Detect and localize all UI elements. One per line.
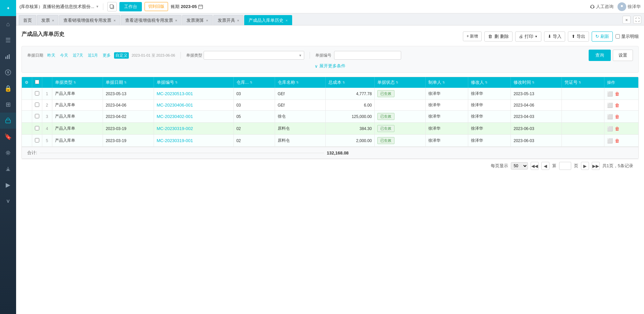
first-page-button[interactable]: ◀◀ (531, 162, 539, 170)
sidebar-item-docs[interactable]: ☰ (0, 32, 16, 48)
th-modifier[interactable]: 修改人⇅ (468, 77, 511, 88)
delete-row-icon[interactable]: 🗑 (615, 126, 620, 131)
date-shortcut-month1[interactable]: 近1月 (87, 52, 100, 59)
period-selector[interactable]: 账期 2023-05 (171, 4, 203, 10)
new-button[interactable]: + 新增 (463, 32, 482, 41)
th-doc-status[interactable]: 单据状态⇅ (375, 77, 426, 88)
td-doc-num[interactable]: MC-20230406-001 (154, 100, 233, 111)
th-modify-time[interactable]: 修改时间⇅ (511, 77, 562, 88)
date-shortcut-today[interactable]: 今天 (59, 52, 69, 59)
doc-num-link[interactable]: MC-20230406-001 (157, 103, 193, 108)
th-warehouse-code[interactable]: 仓库...⇅ (233, 77, 275, 88)
td-doc-num[interactable]: MC-20230513-001 (154, 88, 233, 100)
import-button[interactable]: ⬇ 导入 (544, 32, 565, 42)
th-warehouse-name[interactable]: 仓库名称⇅ (275, 77, 326, 88)
print-button[interactable]: 🖨 打印 ▼ (515, 32, 541, 42)
th-doc-date[interactable]: 单据日期⇅ (103, 77, 154, 88)
th-creator[interactable]: 制单人⇅ (426, 77, 468, 88)
tab-check-sales-vat[interactable]: 查看销项增值税专用发票 × (59, 15, 120, 25)
delete-button[interactable]: 🗑 删 删除 (484, 32, 513, 42)
sidebar-item-manage[interactable]: ⊞ (0, 97, 16, 113)
show-detail-checkbox[interactable]: 显示明细 (615, 34, 639, 40)
th-voucher-num[interactable]: 凭证号⇅ (561, 77, 604, 88)
edit-icon[interactable]: ⬜ (607, 91, 613, 97)
tab-check-purchase-vat-close-icon[interactable]: × (175, 18, 177, 22)
tab-invoice-open[interactable]: 发票开具 × (213, 15, 244, 25)
sidebar-item-finance[interactable]: ¥ (0, 64, 16, 80)
show-detail-input[interactable] (615, 34, 620, 39)
doc-num-link[interactable]: MC-20230402-001 (157, 114, 193, 119)
user-profile-btn[interactable]: 徐泽华 (618, 2, 641, 11)
tab-check-purchase-vat[interactable]: 查看进项增值税专用发票 × (121, 15, 181, 25)
th-doc-num[interactable]: 单据编号⇅ (154, 77, 233, 88)
filter-settings-button[interactable]: 设置 (613, 50, 633, 61)
tab-check-sales-vat-close-icon[interactable]: × (113, 18, 115, 22)
row-checkbox[interactable] (35, 114, 39, 118)
date-shortcut-more[interactable]: 更多 (101, 52, 112, 59)
tab-invoice-open-close-icon[interactable]: × (237, 18, 239, 22)
edit-icon[interactable]: ⬜ (607, 114, 613, 119)
sidebar-item-settings2[interactable] (0, 145, 16, 161)
query-button[interactable]: 查询 (589, 50, 611, 61)
doc-num-link[interactable]: MC-20230319-001 (157, 138, 193, 143)
sidebar-item-lock[interactable]: 🔒 (0, 80, 16, 97)
doc-num-link[interactable]: MC-20230513-001 (157, 91, 193, 96)
sidebar-item-inventory[interactable] (0, 113, 16, 129)
row-checkbox[interactable] (35, 126, 39, 130)
sidebar-item-seal[interactable]: 🔖 (0, 129, 16, 145)
user-service-btn[interactable]: 人工咨询 (590, 4, 613, 10)
prev-page-button[interactable]: ◀ (541, 162, 549, 170)
edit-icon[interactable]: ⬜ (607, 138, 613, 143)
tab-invoice-calc-close-icon[interactable]: × (206, 18, 208, 22)
tab-invoice-close-icon[interactable]: × (52, 18, 54, 22)
company-selector[interactable]: (库存核算）直播轻抱通信息技术股份... ▼ (19, 4, 99, 10)
tab-close-all-button[interactable]: × (623, 16, 631, 24)
delete-row-icon[interactable]: 🗑 (615, 103, 620, 108)
td-checkbox[interactable] (32, 123, 42, 135)
doc-copy-button[interactable] (107, 2, 117, 11)
td-checkbox[interactable] (32, 100, 42, 111)
td-checkbox[interactable] (32, 88, 42, 100)
th-doc-type[interactable]: 单据类型⇅ (52, 77, 103, 88)
tab-invoice-calc[interactable]: 发票测算 × (182, 15, 212, 25)
current-page-input[interactable]: 1 (559, 162, 571, 170)
sidebar-item-video[interactable]: ▶ (0, 177, 16, 193)
export-button[interactable]: ⬆ 导出 (568, 32, 589, 42)
edit-icon[interactable]: ⬜ (607, 103, 613, 108)
select-all-checkbox[interactable] (35, 80, 39, 84)
td-checkbox[interactable] (32, 111, 42, 123)
td-doc-num[interactable]: MC-20230319-001 (154, 135, 233, 147)
sidebar-item-home[interactable]: ⌂ (0, 16, 16, 32)
workbench-button[interactable]: 工作台 (119, 2, 142, 11)
sidebar-item-version[interactable]: V (0, 193, 16, 209)
edit-icon[interactable]: ⬜ (607, 126, 613, 131)
doc-type-select[interactable]: ▼ (204, 51, 304, 60)
switch-version-button[interactable]: 切到旧版 (145, 2, 168, 11)
delete-row-icon[interactable]: 🗑 (615, 138, 620, 143)
tab-product-instock[interactable]: 产成品入库单历史 × (244, 15, 292, 25)
row-checkbox[interactable] (35, 103, 39, 107)
refresh-button[interactable]: ↻ 刷新 (592, 32, 613, 42)
tab-invoice[interactable]: 发票 × (37, 15, 58, 25)
td-checkbox[interactable] (32, 135, 42, 147)
next-page-button[interactable]: ▶ (581, 162, 589, 170)
delete-row-icon[interactable]: 🗑 (615, 114, 620, 119)
sidebar-item-download[interactable] (0, 161, 16, 177)
last-page-button[interactable]: ▶▶ (592, 162, 600, 170)
per-page-select[interactable]: 50 100 200 (511, 162, 528, 170)
row-checkbox[interactable] (35, 138, 39, 142)
expand-more-btn[interactable]: ∨ 展开更多条件 (27, 63, 633, 69)
date-shortcut-week7[interactable]: 近7天 (71, 52, 85, 59)
sidebar-item-chart[interactable] (0, 48, 16, 64)
th-checkbox[interactable] (32, 77, 42, 88)
date-shortcut-yesterday[interactable]: 昨天 (46, 52, 57, 59)
tab-product-instock-close-icon[interactable]: × (285, 18, 287, 22)
date-shortcut-custom[interactable]: 自定义 (114, 52, 129, 59)
tab-home[interactable]: 首页 (19, 15, 36, 25)
row-checkbox[interactable] (35, 91, 39, 96)
tab-fullscreen-button[interactable]: ⛶ (633, 16, 641, 24)
td-doc-num[interactable]: MC-20230402-001 (154, 111, 233, 123)
th-total-cost[interactable]: 总成本⇅ (326, 77, 375, 88)
td-doc-num[interactable]: MC-20230319-002 (154, 123, 233, 135)
doc-num-input[interactable] (334, 51, 401, 60)
